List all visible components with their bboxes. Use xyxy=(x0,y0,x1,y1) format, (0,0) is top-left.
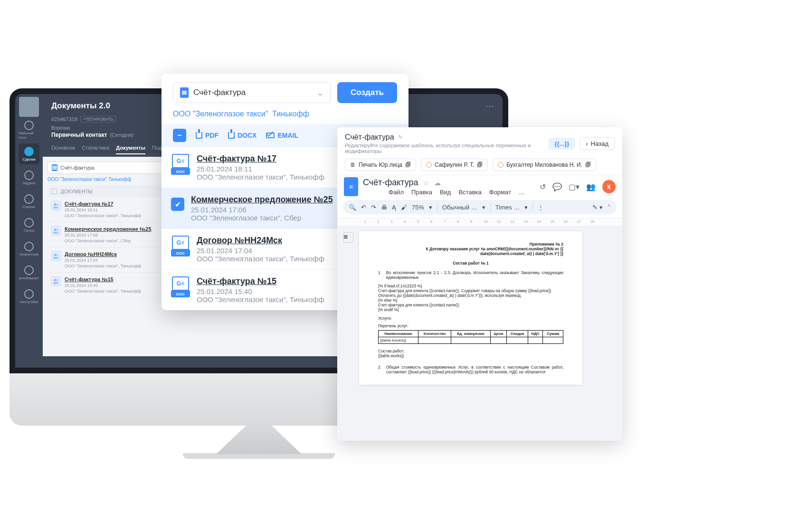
sidebar-item-mail[interactable]: Почта xyxy=(19,215,39,236)
star-icon[interactable]: ☆ xyxy=(423,179,429,187)
undo-icon[interactable]: ↶ xyxy=(361,204,366,211)
tab-stats[interactable]: Статистика xyxy=(82,145,109,154)
modal-company[interactable]: ООО "Зеленоглазое такси" Тинькофф xyxy=(173,110,397,118)
cloud-icon: ☁ xyxy=(434,179,441,187)
stage-name[interactable]: Первичный контакт xyxy=(51,132,107,138)
person-icon xyxy=(426,162,432,168)
select-all-checkbox[interactable] xyxy=(51,189,57,194)
sidebar-item-settings[interactable]: Настройки xyxy=(19,286,39,307)
gdoc-icon: G≡DOC xyxy=(171,276,190,297)
menu-edit[interactable]: Правка xyxy=(411,189,432,196)
more-tools-icon[interactable]: ⋮ xyxy=(538,204,544,211)
pill-person-2[interactable]: Бухгалтер Милованова Н. И.🗐 xyxy=(493,159,596,171)
download-icon xyxy=(196,132,202,139)
editor-subtitle: Редактируйте содержимое шаблона, использ… xyxy=(345,142,549,154)
doc-filename[interactable]: Счёт-фактура xyxy=(363,178,418,188)
gdocs-logo-icon: ≡ xyxy=(344,177,358,196)
gdoc-icon: G≡DOC xyxy=(171,154,190,175)
ruler: 123456789101112131415161718 xyxy=(337,218,622,227)
sidebar-item-analytics[interactable]: Аналитика xyxy=(19,238,39,259)
collapse-button[interactable]: − xyxy=(173,129,186,142)
modal-create-button[interactable]: Создать xyxy=(337,82,397,103)
editor-title: Счёт-фактура xyxy=(345,133,394,142)
edit-title-icon[interactable]: ✎ xyxy=(398,134,403,141)
checkbox[interactable]: ✔ xyxy=(171,198,184,211)
redo-icon[interactable]: ↷ xyxy=(371,204,376,211)
mail-icon xyxy=(266,133,275,138)
crm-title: Документы 2.0 xyxy=(51,101,110,111)
toolbar: 🔍 ↶ ↷ 🖶 Ą 🖌 75%▾ Обычный …▾ Times …▾ ⋮ ✎… xyxy=(343,200,617,214)
zoom-select[interactable]: 75% xyxy=(412,204,424,211)
style-select[interactable]: Обычный … xyxy=(442,204,477,211)
outline-icon[interactable]: ≡ xyxy=(343,232,353,243)
sidebar-item-lists[interactable]: Списки xyxy=(19,191,39,212)
chevron-up-icon[interactable]: ˄ xyxy=(608,204,611,211)
print-icon[interactable]: 🖶 xyxy=(381,204,387,211)
download-docx-button[interactable]: DOCX xyxy=(228,132,256,139)
menu-view[interactable]: Вид xyxy=(440,189,451,196)
pill-person-1[interactable]: Сафиулин Р. Т.🗐 xyxy=(421,159,488,171)
paint-format-icon[interactable]: 🖌 xyxy=(401,204,407,211)
chevron-down-icon: ⌄ xyxy=(317,88,323,98)
file-icon xyxy=(52,164,57,171)
tag-button[interactable]: +ТЕГИРОВАТЬ xyxy=(80,116,116,123)
more-icon[interactable]: ⋯ xyxy=(485,101,494,111)
edit-mode-icon[interactable]: ✎ ▾ xyxy=(592,204,603,211)
menu-file[interactable]: Файл xyxy=(389,189,404,196)
tab-documents[interactable]: Документы xyxy=(116,145,145,154)
doc-icon: G≡DOC xyxy=(51,251,61,261)
download-pdf-button[interactable]: PDF xyxy=(196,132,218,139)
doc-icon: G≡DOC xyxy=(51,276,61,286)
file-icon xyxy=(180,87,189,98)
user-avatar[interactable] xyxy=(19,97,39,117)
meet-icon[interactable]: ▢▾ xyxy=(569,182,580,191)
document-page: Приложение № 2 К Договору оказания услуг… xyxy=(359,231,582,385)
stage-date: (Сегодня) xyxy=(110,132,133,138)
template-editor-panel: Счёт-фактура ✎ Редактируйте содержимое ш… xyxy=(337,127,622,441)
sidebar-item-desktop[interactable]: Рабочий стол xyxy=(19,120,39,141)
menu-more[interactable]: … xyxy=(519,189,525,196)
menu-format[interactable]: Формат xyxy=(489,189,511,196)
account-avatar[interactable]: К xyxy=(602,180,616,193)
send-email-button[interactable]: EMAIL xyxy=(266,132,298,139)
variables-button[interactable]: {{...}} xyxy=(549,138,575,150)
spellcheck-icon[interactable]: Ą xyxy=(392,204,396,211)
history-icon[interactable]: ↺ xyxy=(540,182,546,191)
doc-icon: G≡DOC xyxy=(51,226,61,236)
download-icon xyxy=(228,132,235,139)
share-icon[interactable]: 👥 xyxy=(586,182,596,191)
person-icon xyxy=(498,162,504,168)
font-select[interactable]: Times … xyxy=(495,204,520,211)
comments-icon[interactable]: 💬 xyxy=(552,182,562,191)
chevron-left-icon: ‹ xyxy=(586,140,588,147)
doc-icon: G≡DOC xyxy=(51,201,61,210)
menu-insert[interactable]: Вставка xyxy=(458,189,481,196)
sidebar-item-deals[interactable]: Сделки xyxy=(19,143,39,164)
search-icon[interactable]: 🔍 xyxy=(349,204,356,211)
gdoc-icon: G≡DOC xyxy=(171,236,190,256)
pill-legal-print[interactable]: 🗎Печать Юр.лица🗐 xyxy=(345,159,416,171)
tab-main[interactable]: Основное xyxy=(51,145,75,154)
sidebar-item-tasks[interactable]: Задачи xyxy=(19,167,39,188)
crm-sidebar: Рабочий стол Сделки Задачи Списки Почта … xyxy=(15,94,43,368)
back-button[interactable]: ‹Назад xyxy=(580,137,615,150)
modal-template-select[interactable]: Счёт-фактура ⌄ xyxy=(173,82,331,103)
deal-id: #25467319 xyxy=(51,116,77,122)
sidebar-item-market[interactable]: amoМаркет xyxy=(19,262,39,283)
